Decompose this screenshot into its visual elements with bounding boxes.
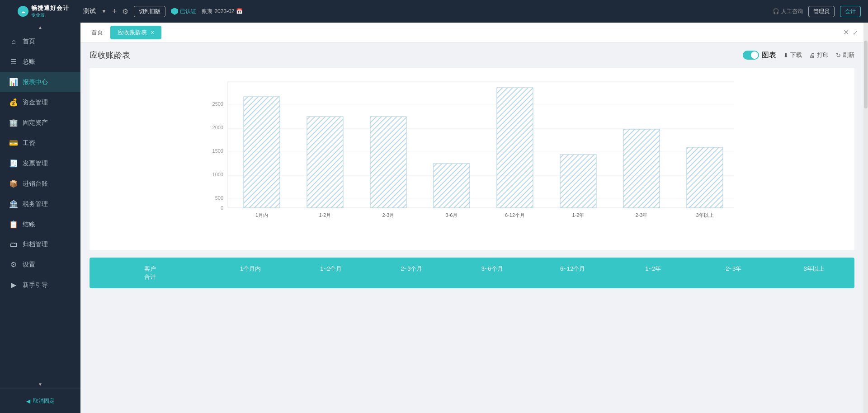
sidebar-item-label: 进销台账 bbox=[23, 180, 48, 188]
close-account-icon: 📋 bbox=[9, 220, 18, 229]
scroll-indicator-top: ▲ bbox=[0, 23, 80, 32]
sidebar-item-label: 税务管理 bbox=[23, 200, 48, 208]
report-header: 应收账龄表 图表 ⬇ 下载 🖨 bbox=[90, 50, 854, 61]
sidebar-item-label: 首页 bbox=[23, 38, 35, 46]
sidebar-item-reports[interactable]: 📊 报表中心 bbox=[0, 72, 80, 92]
svg-text:0: 0 bbox=[221, 205, 223, 211]
sidebar-item-guide[interactable]: ▶ 新手引导 bbox=[0, 275, 80, 295]
sidebar-item-label: 发票管理 bbox=[23, 160, 48, 168]
add-button[interactable]: + bbox=[112, 7, 117, 16]
table-header-cell-3yearplus: 3年以上 bbox=[774, 265, 854, 273]
svg-text:2-3月: 2-3月 bbox=[382, 212, 395, 218]
headset-icon: 🎧 bbox=[773, 8, 779, 14]
sidebar-item-invoices[interactable]: 🧾 发票管理 bbox=[0, 153, 80, 174]
print-label: 打印 bbox=[817, 51, 829, 59]
refresh-button[interactable]: ↻ 刷新 bbox=[836, 51, 854, 59]
svg-rect-18 bbox=[307, 117, 343, 208]
svg-rect-20 bbox=[370, 117, 406, 208]
main-layout: ▲ ⌂ 首页 ☰ 总账 📊 报表中心 💰 资金管理 🏢 固定资产 bbox=[0, 23, 868, 413]
svg-rect-30 bbox=[687, 147, 723, 208]
old-version-button[interactable]: 切到旧版 bbox=[134, 6, 165, 17]
sidebar-item-wages[interactable]: 💳 工资 bbox=[0, 133, 80, 153]
tax-icon: 🏦 bbox=[9, 200, 18, 208]
sidebar-item-ledger[interactable]: ☰ 总账 bbox=[0, 52, 80, 72]
sidebar-item-label: 新手引导 bbox=[23, 281, 48, 289]
print-icon: 🖨 bbox=[809, 52, 815, 59]
tab-active[interactable]: 应收账龄表 × bbox=[110, 26, 161, 39]
sidebar-item-archive[interactable]: 🗃 归档管理 bbox=[0, 235, 80, 254]
project-dropdown-button[interactable]: ▼ bbox=[101, 8, 107, 14]
sidebar-item-assets[interactable]: 🏢 固定资产 bbox=[0, 113, 80, 133]
sidebar-item-home[interactable]: ⌂ 首页 bbox=[0, 32, 80, 52]
toggle-knob bbox=[751, 52, 758, 59]
period-info: 账期 2023-02 📅 bbox=[202, 8, 243, 15]
tab-bar-right: ✕ ⤢ bbox=[843, 28, 858, 37]
download-button[interactable]: ⬇ 下载 bbox=[783, 51, 802, 59]
sidebar-item-tax[interactable]: 🏦 税务管理 bbox=[0, 194, 80, 214]
table-header-cell-1month: 1个月内 bbox=[210, 265, 291, 273]
cancel-fixed-label: 取消固定 bbox=[33, 397, 55, 405]
sidebar-item-label: 归档管理 bbox=[23, 240, 48, 249]
sidebar-item-purchase-sales[interactable]: 📦 进销台账 bbox=[0, 174, 80, 194]
wages-icon: 💳 bbox=[9, 139, 18, 147]
funds-icon: 💰 bbox=[9, 98, 18, 107]
svg-rect-26 bbox=[560, 155, 596, 208]
sidebar-item-label: 设置 bbox=[23, 261, 35, 269]
manager-button[interactable]: 管理员 bbox=[808, 6, 835, 17]
svg-text:2-3年: 2-3年 bbox=[636, 212, 648, 218]
svg-rect-22 bbox=[434, 164, 470, 208]
guide-icon: ▶ bbox=[9, 281, 18, 289]
accountant-button[interactable]: 会计 bbox=[840, 6, 861, 17]
sidebar-bottom: ◀ 取消固定 bbox=[0, 389, 80, 413]
sidebar: ▲ ⌂ 首页 ☰ 总账 📊 报表中心 💰 资金管理 🏢 固定资产 bbox=[0, 23, 80, 413]
scroll-indicator-bottom: ▼ bbox=[0, 380, 80, 389]
tab-active-label: 应收账龄表 bbox=[118, 28, 147, 37]
svg-text:2000: 2000 bbox=[212, 125, 223, 130]
chart-toggle[interactable]: 图表 bbox=[743, 51, 776, 60]
verified-label: 已认证 bbox=[180, 8, 196, 15]
tab-close-button[interactable]: × bbox=[151, 29, 154, 36]
sidebar-item-funds[interactable]: 💰 资金管理 bbox=[0, 92, 80, 113]
support-button[interactable]: 🎧 人工咨询 bbox=[773, 8, 803, 15]
purchase-sales-icon: 📦 bbox=[9, 179, 18, 188]
report-title: 应收账龄表 bbox=[90, 50, 130, 61]
tab-bar: 首页 应收账龄表 × ✕ ⤢ bbox=[80, 23, 863, 42]
sidebar-nav: ⌂ 首页 ☰ 总账 📊 报表中心 💰 资金管理 🏢 固定资产 💳 工资 bbox=[0, 32, 80, 380]
logo-icon: ☁ bbox=[18, 6, 28, 17]
table-header-cell-1-2year: 1~2年 bbox=[613, 265, 693, 273]
table-header-cell-2-3year: 2~3年 bbox=[693, 265, 774, 273]
project-name: 测试 bbox=[83, 7, 96, 15]
svg-text:6-12个月: 6-12个月 bbox=[505, 212, 525, 218]
table-header-cell-total: 合计 bbox=[90, 273, 210, 281]
content-area: 首页 应收账龄表 × ✕ ⤢ 应收账龄表 bbox=[80, 23, 863, 413]
sidebar-item-settings[interactable]: ⚙ 设置 bbox=[0, 254, 80, 275]
right-scrollbar[interactable] bbox=[863, 23, 868, 413]
svg-text:3-6月: 3-6月 bbox=[446, 212, 458, 218]
top-header: ☁ 畅捷通好会计 专业版 测试 ▼ + ⚙ 切到旧版 已认证 账期 2023-0… bbox=[0, 0, 868, 23]
period-value: 2023-02 bbox=[214, 8, 234, 14]
sidebar-item-label: 固定资产 bbox=[23, 119, 48, 127]
svg-text:1500: 1500 bbox=[212, 148, 223, 154]
tab-home[interactable]: 首页 bbox=[84, 26, 110, 39]
refresh-icon: ↻ bbox=[836, 52, 841, 59]
settings-button[interactable]: ⚙ bbox=[122, 7, 128, 16]
panel-close-button[interactable]: ✕ bbox=[843, 28, 849, 37]
logo-area: ☁ 畅捷通好会计 专业版 bbox=[7, 4, 80, 19]
svg-text:2500: 2500 bbox=[212, 101, 223, 107]
print-button[interactable]: 🖨 打印 bbox=[809, 51, 829, 59]
sidebar-item-label: 总账 bbox=[23, 58, 35, 66]
download-label: 下载 bbox=[790, 51, 802, 59]
calendar-icon[interactable]: 📅 bbox=[236, 8, 243, 14]
svg-text:3年以上: 3年以上 bbox=[696, 212, 713, 218]
panel-expand-button[interactable]: ⤢ bbox=[853, 29, 858, 36]
shield-icon bbox=[171, 8, 178, 15]
chart-area: 0 500 1000 1500 2000 2500 bbox=[90, 68, 854, 250]
table-header: 客户 1个月内 1~2个月 2~3个月 3~6个月 6~12个月 1~2年 2~… bbox=[90, 258, 854, 288]
refresh-label: 刷新 bbox=[843, 51, 854, 59]
chart-label: 图表 bbox=[762, 51, 776, 60]
sidebar-item-close[interactable]: 📋 结账 bbox=[0, 214, 80, 235]
cancel-fixed-button[interactable]: ◀ 取消固定 bbox=[0, 394, 80, 408]
table-header-cell-customer: 客户 bbox=[90, 265, 210, 273]
svg-text:500: 500 bbox=[215, 195, 223, 201]
toggle-switch[interactable] bbox=[743, 51, 759, 60]
